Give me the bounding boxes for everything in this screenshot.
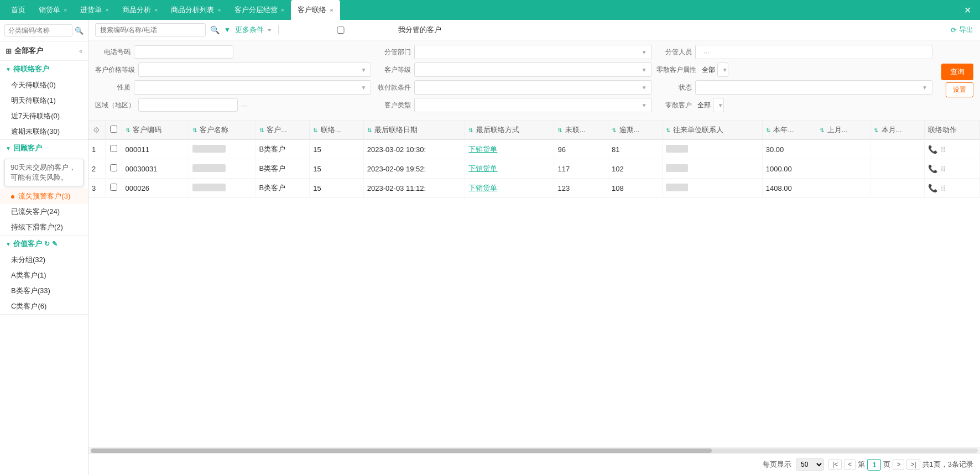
row-checkbox[interactable] bbox=[110, 145, 117, 152]
tab-product-analysis-list-close[interactable]: × bbox=[217, 7, 221, 13]
tab-purchase-order-close[interactable]: × bbox=[105, 7, 108, 13]
th-name[interactable]: ⇅ 客户名称 bbox=[189, 121, 256, 140]
phone-input[interactable] bbox=[134, 45, 233, 59]
action-phone-icon[interactable]: 📞 bbox=[928, 184, 937, 192]
tab-customer-contact-close[interactable]: × bbox=[330, 7, 333, 13]
tab-product-analysis-close[interactable]: × bbox=[154, 7, 158, 13]
sidebar-item-class-c[interactable]: C类客户(6) bbox=[0, 299, 88, 314]
first-page-button[interactable]: |< bbox=[828, 459, 842, 470]
th-code[interactable]: ⇅ 客户编码 bbox=[122, 121, 189, 140]
tab-home[interactable]: 首页 bbox=[4, 0, 32, 20]
gender-select[interactable]: ▼ bbox=[134, 80, 371, 95]
manager-select[interactable]: ··· bbox=[695, 45, 932, 59]
row-type: B类客户 bbox=[256, 140, 310, 159]
sidebar-collapse-icon[interactable]: « bbox=[79, 48, 82, 54]
dept-select[interactable]: ▼ bbox=[414, 45, 651, 59]
edit-icon[interactable]: ✎ bbox=[52, 240, 58, 248]
payment-select[interactable]: ▼ bbox=[414, 80, 651, 95]
sidebar-item-declining[interactable]: 持续下滑客户(2) bbox=[0, 220, 88, 235]
tab-purchase-order[interactable]: 进货单 × bbox=[74, 0, 115, 20]
row-checkbox-cell[interactable] bbox=[105, 140, 122, 159]
th-checkbox[interactable] bbox=[105, 121, 122, 140]
scroll-thumb[interactable] bbox=[91, 448, 712, 453]
action-phone-icon[interactable]: 📞 bbox=[928, 164, 937, 173]
th-unlisted[interactable]: ⇅ 未联... bbox=[554, 121, 608, 140]
window-close-button[interactable]: ✕ bbox=[960, 5, 976, 15]
customer-level-select[interactable]: ▼ bbox=[414, 62, 651, 77]
prev-page-button[interactable]: < bbox=[844, 459, 856, 470]
manager-more[interactable]: ··· bbox=[700, 48, 713, 56]
sidebar-item-7days[interactable]: 近7天待联络(0) bbox=[0, 108, 88, 124]
th-settings[interactable]: ⚙ bbox=[88, 121, 105, 140]
row-checkbox-cell[interactable] bbox=[105, 179, 122, 198]
tab-customer-contact[interactable]: 客户联络 × bbox=[291, 0, 340, 20]
select-all-checkbox[interactable] bbox=[110, 126, 117, 133]
th-contacts[interactable]: ⇅ 联络... bbox=[310, 121, 364, 140]
row-yearly: 30.00 bbox=[762, 140, 816, 159]
search-input[interactable] bbox=[95, 23, 206, 36]
tab-product-analysis[interactable]: 商品分析 × bbox=[116, 0, 164, 20]
customer-type-select[interactable]: ▼ bbox=[414, 98, 651, 112]
sidebar-item-class-b[interactable]: B类客户(33) bbox=[0, 283, 88, 299]
sidebar-item-class-a[interactable]: A类客户(1) bbox=[0, 268, 88, 283]
export-button[interactable]: ⟳ 导出 bbox=[951, 25, 973, 35]
tab-sales-order[interactable]: 销货单 × bbox=[32, 0, 74, 20]
action-more-icon[interactable]: ⁞⁞ bbox=[941, 145, 945, 154]
th-last-contact-method[interactable]: ⇅ 最后联络方式 bbox=[465, 121, 554, 140]
th-contact-person[interactable]: ⇅ 往来单位联系人 bbox=[662, 121, 762, 140]
payment-label: 收付款条件 bbox=[376, 83, 414, 92]
zero-customer-select[interactable]: ▼ bbox=[713, 98, 724, 112]
sidebar-all-customers[interactable]: ⊞ 全部客户 « bbox=[0, 41, 88, 61]
action-more-icon[interactable]: ⁞⁞ bbox=[941, 164, 945, 173]
last-method-link[interactable]: 下销货单 bbox=[468, 164, 497, 173]
query-button[interactable]: 查询 bbox=[941, 64, 973, 80]
status-select[interactable]: ▼ bbox=[695, 80, 932, 95]
sidebar-group-value-title[interactable]: ▼ 价值客户 ↻ ✎ bbox=[0, 236, 88, 252]
scroll-track[interactable] bbox=[91, 448, 978, 453]
sidebar-item-churn-warning[interactable]: 流失预警客户(3) bbox=[0, 189, 88, 204]
action-more-icon[interactable]: ⁞⁞ bbox=[941, 184, 945, 192]
tab-product-analysis-list[interactable]: 商品分析列表 × bbox=[164, 0, 227, 20]
th-this-month[interactable]: ⇅ 本月... bbox=[870, 121, 925, 140]
sidebar-item-overdue[interactable]: 逾期未联络(30) bbox=[0, 124, 88, 139]
row-checkbox-cell[interactable] bbox=[105, 159, 122, 179]
sidebar-item-tomorrow[interactable]: 明天待联络(1) bbox=[0, 93, 88, 108]
my-customers-checkbox[interactable] bbox=[285, 27, 396, 34]
horizontal-scrollbar[interactable] bbox=[88, 447, 980, 453]
settings-button[interactable]: 设置 bbox=[946, 82, 973, 97]
sidebar-group-review-title[interactable]: ▼ 回顾客户 bbox=[0, 140, 88, 156]
tab-sales-order-close[interactable]: × bbox=[64, 7, 67, 13]
sidebar-search-input[interactable] bbox=[4, 24, 72, 36]
last-method-link[interactable]: 下销货单 bbox=[468, 184, 497, 192]
row-checkbox[interactable] bbox=[110, 164, 117, 171]
th-last-month[interactable]: ⇅ 上月... bbox=[816, 121, 870, 140]
region-input[interactable] bbox=[138, 98, 238, 112]
th-overdue[interactable]: ⇅ 逾期... bbox=[608, 121, 663, 140]
per-page-select[interactable]: 50 20 100 bbox=[796, 458, 824, 471]
region-more[interactable]: ··· bbox=[238, 101, 251, 109]
action-phone-icon[interactable]: 📞 bbox=[928, 145, 937, 154]
sidebar-search-icon[interactable]: 🔍 bbox=[75, 27, 84, 35]
row-contact-person bbox=[662, 140, 762, 159]
sidebar-item-today[interactable]: 今天待联络(0) bbox=[0, 77, 88, 93]
my-customers-checkbox-label[interactable]: 我分管的客户 bbox=[285, 25, 441, 35]
search-button[interactable]: 🔍 bbox=[210, 25, 220, 34]
price-level-select[interactable]: ▼ bbox=[138, 62, 371, 77]
last-method-link[interactable]: 下销货单 bbox=[468, 145, 497, 153]
th-action: 联络动作 bbox=[924, 121, 979, 140]
next-page-button[interactable]: > bbox=[893, 459, 904, 470]
sidebar-item-ungrouped[interactable]: 未分组(32) bbox=[0, 252, 88, 268]
row-checkbox[interactable] bbox=[110, 184, 117, 191]
sidebar-group-pending-title[interactable]: ▼ 待联络客户 bbox=[0, 61, 88, 77]
last-page-button[interactable]: >| bbox=[906, 459, 920, 470]
tab-customer-tier-close[interactable]: × bbox=[281, 7, 284, 13]
th-yearly[interactable]: ⇅ 本年... bbox=[762, 121, 816, 140]
settings-col-icon[interactable]: ⚙ bbox=[93, 126, 100, 134]
th-type[interactable]: ⇅ 客户... bbox=[256, 121, 310, 140]
sidebar-item-churned[interactable]: 已流失客户(24) bbox=[0, 204, 88, 220]
th-last-contact-date[interactable]: ⇅ 最后联络日期 bbox=[363, 121, 465, 140]
refresh-icon[interactable]: ↻ bbox=[44, 240, 50, 248]
zero-attr-select[interactable]: ▼ bbox=[717, 62, 728, 77]
more-conditions-btn[interactable]: 更多条件 bbox=[235, 25, 272, 35]
tab-customer-tier[interactable]: 客户分层经营 × bbox=[228, 0, 291, 20]
